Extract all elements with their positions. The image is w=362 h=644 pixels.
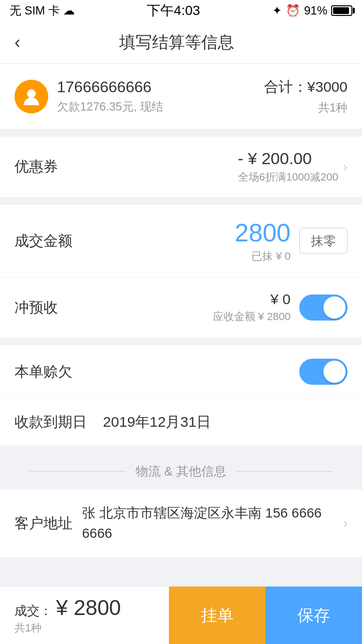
user-phone: 17666666666 — [57, 78, 163, 96]
coupon-right: - ¥ 200.00 全场6折满1000减200 › — [238, 149, 348, 184]
credit-toggle[interactable] — [299, 359, 348, 385]
deal-amount-value: 2800 — [235, 218, 291, 247]
logistics-label: 物流 & 其他信息 — [136, 463, 226, 480]
coupon-desc: 全场6折满1000减200 — [238, 170, 338, 184]
deal-amount-col: 2800 已抹 ¥ 0 — [235, 218, 291, 264]
address-row[interactable]: 客户地址 张 北京市市辖区海淀区永丰南 156 6666 6666 › — [0, 490, 362, 557]
bottom-deal-label: 成交： — [14, 602, 52, 619]
toggle-thumb — [323, 296, 346, 319]
coupon-info: - ¥ 200.00 全场6折满1000减200 — [238, 149, 338, 184]
deal-amount-right: 2800 已抹 ¥ 0 抹零 — [235, 218, 348, 264]
alarm-icon: ⏰ — [286, 4, 300, 17]
user-info: 17666666666 欠款1276.35元, 现结 — [57, 78, 163, 114]
due-date-row: 收款到期日 2019年12月31日 — [0, 399, 362, 446]
credit-toggle-thumb — [323, 361, 346, 383]
deal-section: 成交金额 2800 已抹 ¥ 0 抹零 冲预收 ¥ 0 应收金额 ¥ 2800 — [0, 205, 362, 337]
divider-line-left — [29, 471, 126, 472]
credit-label: 本单赊欠 — [14, 362, 72, 382]
chevron-right-icon: › — [343, 159, 348, 175]
user-debt: 欠款1276.35元, 现结 — [57, 99, 163, 114]
prepay-toggle[interactable] — [299, 294, 348, 321]
hang-button[interactable]: 挂单 — [169, 587, 265, 644]
nav-bar: ‹ 填写结算等信息 — [0, 21, 362, 64]
user-total: 合计：¥3000 共1种 — [264, 77, 348, 115]
save-button[interactable]: 保存 — [265, 587, 362, 644]
coupon-label: 优惠券 — [14, 157, 58, 177]
svg-point-0 — [27, 89, 36, 98]
divider-line-right — [236, 471, 333, 472]
battery-icon — [331, 5, 352, 16]
deal-amount-row: 成交金额 2800 已抹 ¥ 0 抹零 — [0, 205, 362, 278]
logistics-divider: 物流 & 其他信息 — [0, 453, 362, 490]
sim-label: 无 SIM 卡 ☁ — [10, 3, 75, 18]
bottom-bar: 成交： ¥ 2800 共1种 挂单 保存 — [0, 586, 362, 644]
prepay-row: 冲预收 ¥ 0 应收金额 ¥ 2800 — [0, 278, 362, 337]
bottom-count: 共1种 — [14, 621, 154, 635]
page-title: 填写结算等信息 — [30, 31, 323, 54]
deal-sub-text: 已抹 ¥ 0 — [235, 249, 291, 264]
user-card: 17666666666 欠款1276.35元, 现结 合计：¥3000 共1种 — [0, 64, 362, 129]
prepay-right: ¥ 0 应收金额 ¥ 2800 — [213, 291, 348, 324]
total-count: 共1种 — [264, 100, 348, 115]
prepay-amount: ¥ 0 — [270, 291, 291, 308]
credit-section: 本单赊欠 收款到期日 2019年12月31日 — [0, 345, 362, 446]
round-button[interactable]: 抹零 — [299, 228, 348, 254]
battery-percent: 91% — [304, 4, 327, 17]
status-bar: 无 SIM 卡 ☁ 下午4:03 ✦ ⏰ 91% — [0, 0, 362, 21]
prepay-label: 冲预收 — [14, 298, 58, 318]
coupon-row[interactable]: 优惠券 - ¥ 200.00 全场6折满1000减200 › — [0, 137, 362, 197]
bottom-deal-amount: ¥ 2800 — [56, 596, 121, 620]
location-icon: ✦ — [272, 4, 282, 17]
user-info-left: 17666666666 欠款1276.35元, 现结 — [14, 78, 163, 114]
content-area: 17666666666 欠款1276.35元, 现结 合计：¥3000 共1种 … — [0, 64, 362, 644]
total-amount: 合计：¥3000 — [264, 77, 348, 97]
prepay-amount-col: ¥ 0 应收金额 ¥ 2800 — [213, 291, 291, 324]
deal-amount-label: 成交金额 — [14, 231, 72, 251]
coupon-discount: - ¥ 200.00 — [238, 149, 338, 168]
status-right: ✦ ⏰ 91% — [272, 4, 352, 17]
prepay-sub-text: 应收金额 ¥ 2800 — [213, 309, 291, 324]
address-chevron-icon: › — [343, 516, 348, 531]
status-time: 下午4:03 — [147, 1, 200, 20]
avatar — [14, 80, 48, 113]
bottom-deal-row: 成交： ¥ 2800 — [14, 596, 154, 620]
credit-right — [299, 359, 348, 385]
back-button[interactable]: ‹ — [14, 28, 30, 57]
status-left: 无 SIM 卡 ☁ — [10, 3, 75, 18]
due-date-label: 收款到期日 2019年12月31日 — [14, 412, 211, 432]
due-date-value: 2019年12月31日 — [103, 414, 210, 430]
credit-row: 本单赊欠 — [0, 345, 362, 399]
address-value: 张 北京市市辖区海淀区永丰南 156 6666 6666 — [82, 503, 334, 544]
bottom-summary: 成交： ¥ 2800 共1种 — [0, 596, 169, 635]
address-label: 客户地址 — [14, 514, 72, 533]
